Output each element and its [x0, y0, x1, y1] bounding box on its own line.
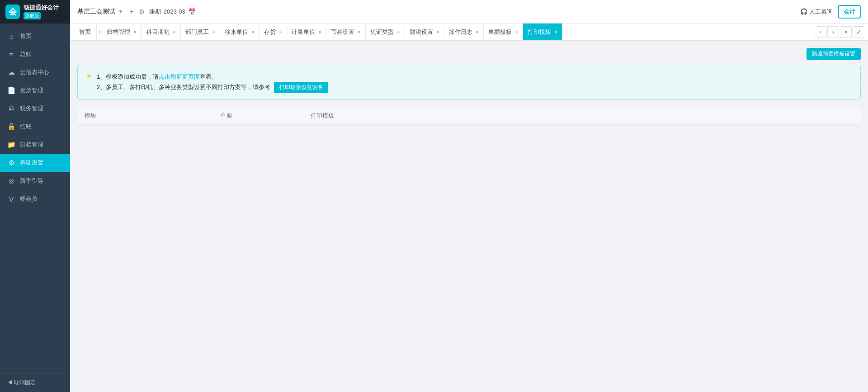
unpin-label: ◀ 取消固定: [7, 379, 36, 387]
sidebar-item-reports[interactable]: ☁ 云报表中心: [0, 63, 70, 81]
tab-currency-label: 币种设置: [331, 28, 354, 36]
invoice-icon: 📄: [7, 86, 15, 94]
sidebar-item-invoice[interactable]: 📄 发票管理: [0, 81, 70, 99]
sidebar-item-ledger[interactable]: ≡ 总账: [0, 45, 70, 63]
tab-subject[interactable]: 科目期初 ×: [142, 24, 181, 41]
tab-inventory[interactable]: 存货 ×: [259, 24, 287, 41]
col-template-header: 打印模板: [303, 112, 861, 120]
tab-oplog-label: 操作日志: [449, 28, 472, 36]
human-service-label: 人工咨询: [809, 8, 833, 16]
tab-print-label: 打印模板: [528, 28, 551, 36]
tab-finance-label: 财税设置: [410, 28, 433, 36]
tab-nav-buttons: ‹ › × ⤢: [815, 26, 864, 38]
sidebar-label-reports: 云报表中心: [20, 68, 49, 76]
accountant-btn[interactable]: 会计: [838, 5, 861, 19]
hide-preview-template-btn[interactable]: 隐藏预置模板设置: [807, 48, 861, 60]
tab-scroll-right-btn[interactable]: ›: [827, 26, 839, 38]
table-header: 模块 单据 打印模板: [77, 107, 861, 125]
tab-voucher-close-icon[interactable]: ×: [397, 29, 400, 35]
tab-single[interactable]: 单据模板 ×: [484, 24, 523, 41]
tab-unit-close-icon[interactable]: ×: [318, 29, 321, 35]
tab-close-all-btn[interactable]: ×: [840, 26, 852, 38]
company-selector[interactable]: 基层工会测试 ▼: [77, 8, 123, 16]
sidebar-item-guide[interactable]: ◎ 新手引导: [0, 172, 70, 190]
period-label: 账期: [149, 8, 161, 16]
info-line1-suffix: 查看。: [200, 73, 217, 80]
tab-scroll-left-btn[interactable]: ‹: [815, 26, 826, 38]
tab-expand-btn[interactable]: ⤢: [853, 26, 864, 38]
sidebar-label-invoice: 发票管理: [20, 86, 43, 94]
close-account-icon: 🔒: [7, 123, 15, 131]
reports-icon: ☁: [7, 68, 15, 76]
tab-department-close-icon[interactable]: ×: [212, 29, 215, 35]
tab-subject-label: 科目期初: [146, 28, 170, 36]
tab-archive[interactable]: 归档管理 ×: [102, 24, 142, 41]
sidebar-item-home[interactable]: ⌂ 首页: [0, 27, 70, 45]
refresh-link[interactable]: 点击刷新新页面: [159, 73, 200, 80]
sidebar-footer-unpin[interactable]: ◀ 取消固定: [0, 373, 70, 392]
settings-gear-icon[interactable]: ⚙: [139, 8, 145, 16]
sidebar-item-member[interactable]: V 畅会员: [0, 190, 70, 208]
member-icon: V: [7, 195, 15, 203]
sidebar-item-archive[interactable]: 📁 归档管理: [0, 136, 70, 154]
info-line-1: 1、模板添加成功后，请点击刷新新页面查看。: [97, 71, 852, 82]
tab-subject-close-icon[interactable]: ×: [173, 29, 176, 35]
guide-icon: ◎: [7, 177, 15, 185]
tab-finance[interactable]: 财税设置 ×: [405, 24, 444, 41]
sidebar-label-settings: 基础设置: [20, 159, 43, 167]
add-icon[interactable]: ＋: [128, 7, 135, 16]
tab-oplog-close-icon[interactable]: ×: [476, 29, 479, 35]
period-display: 账期 2023-03 📅: [149, 8, 196, 16]
main-area: 基层工会测试 ▼ ＋ ⚙ 账期 2023-03 📅 🎧 人工咨询 会计 首页 ‹…: [70, 0, 868, 392]
tab-department-label: 部门员工: [185, 28, 209, 36]
tab-currency-close-icon[interactable]: ×: [358, 29, 361, 35]
logo-sub-text: 旗舰版: [24, 12, 41, 19]
tab-vendor[interactable]: 往来单位 ×: [220, 24, 259, 41]
sidebar-label-close: 结账: [20, 123, 32, 131]
tab-nav-back-icon[interactable]: ‹: [97, 29, 102, 35]
hide-preview-container: 隐藏预置模板设置: [77, 48, 861, 60]
tab-archive-close-icon[interactable]: ×: [133, 29, 137, 35]
tab-voucher[interactable]: 凭证类型 ×: [366, 24, 405, 41]
sidebar-label-guide: 新手引导: [20, 177, 43, 185]
tab-print[interactable]: 打印模板 ×: [523, 24, 562, 41]
tab-inventory-close-icon[interactable]: ×: [279, 29, 282, 35]
topbar-right: 🎧 人工咨询 会计: [800, 5, 861, 19]
content-area: 隐藏预置模板设置 ☀ 1、模板添加成功后，请点击刷新新页面查看。 2、多员工、多…: [70, 41, 868, 392]
sidebar-item-close[interactable]: 🔒 结账: [0, 118, 70, 136]
info-text-block: 1、模板添加成功后，请点击刷新新页面查看。 2、多员工、多打印机、多种业务类型设…: [97, 71, 852, 93]
info-line-2: 2、多员工、多打印机、多种业务类型设置不同打印方案等，请参考 打印场景设置说明: [97, 82, 852, 93]
tab-unit[interactable]: 计量单位 ×: [287, 24, 326, 41]
logo-main-text: 畅捷通好会计: [24, 4, 59, 11]
sidebar-item-settings[interactable]: ⚙ 基础设置: [0, 154, 70, 172]
tab-inventory-label: 存货: [264, 28, 276, 36]
tax-icon: 🏛: [7, 105, 15, 113]
col-module-header: 模块: [77, 112, 213, 120]
ledger-icon: ≡: [7, 51, 15, 58]
print-scene-explain-btn[interactable]: 打印场景设置说明: [274, 82, 328, 93]
tab-oplog[interactable]: 操作日志 ×: [444, 24, 484, 41]
tab-print-close-icon[interactable]: ×: [554, 29, 557, 35]
sidebar-label-archive: 归档管理: [20, 141, 43, 149]
info-line1-prefix: 1、模板添加成功后，请: [97, 73, 159, 80]
tab-voucher-label: 凭证类型: [370, 28, 394, 36]
tab-currency[interactable]: 币种设置 ×: [326, 24, 366, 41]
human-service-btn[interactable]: 🎧 人工咨询: [800, 8, 833, 16]
tab-single-close-icon[interactable]: ×: [515, 29, 518, 35]
tab-finance-close-icon[interactable]: ×: [436, 29, 439, 35]
tab-vendor-label: 往来单位: [225, 28, 248, 36]
col-single-header: 单据: [213, 112, 303, 120]
logo-text: 畅捷通好会计 旗舰版: [24, 4, 59, 19]
app-logo-icon: 会: [5, 5, 20, 19]
calendar-icon[interactable]: 📅: [188, 8, 196, 15]
tab-vendor-close-icon[interactable]: ×: [251, 29, 255, 35]
tab-department[interactable]: 部门员工 ×: [181, 24, 220, 41]
sidebar-label-home: 首页: [20, 32, 32, 40]
sidebar-label-member: 畅会员: [20, 195, 38, 203]
topbar-icons: ＋ ⚙: [128, 7, 145, 16]
sidebar-item-tax[interactable]: 🏛 税务管理: [0, 99, 70, 118]
tab-archive-label: 归档管理: [107, 28, 130, 36]
info-box-content: ☀ 1、模板添加成功后，请点击刷新新页面查看。 2、多员工、多打印机、多种业务类…: [86, 71, 852, 93]
settings-icon: ⚙: [7, 159, 15, 167]
tab-home[interactable]: 首页: [74, 24, 97, 41]
